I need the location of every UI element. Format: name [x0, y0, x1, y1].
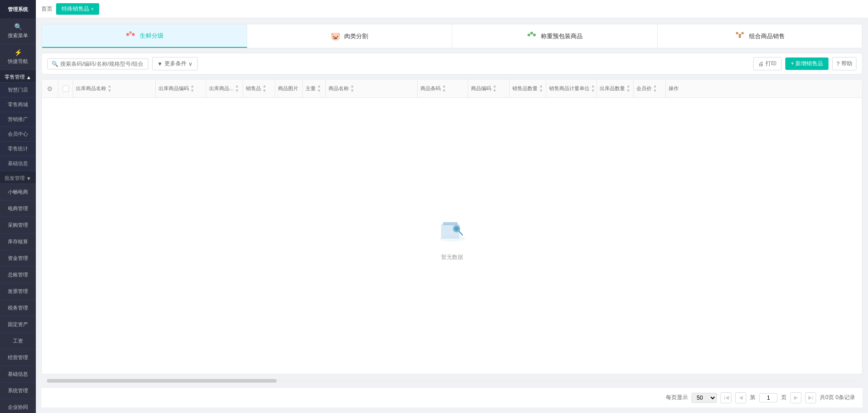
sidebar-item-quick-nav[interactable]: ⚡ 快捷导航 [0, 44, 36, 70]
new-product-button[interactable]: + 新增销售品 [785, 57, 828, 70]
th-settings[interactable]: ⚙ [42, 80, 58, 98]
sidebar-item-label: 搜索菜单 [8, 32, 28, 39]
search-input[interactable] [60, 61, 144, 67]
next-page-button[interactable]: ▶ [790, 392, 801, 403]
search-icon: 🔍 [51, 61, 58, 67]
empty-state-icon [434, 211, 471, 248]
sidebar-item-smart-store[interactable]: 智慧门店 [0, 83, 36, 98]
print-label: 打印 [766, 60, 777, 68]
sidebar-item-general-ledger[interactable]: 总账管理 [0, 267, 36, 283]
th-op-label: 操作 [669, 85, 679, 92]
page-number-input[interactable] [759, 393, 777, 402]
sidebar-item-wages[interactable]: 工资 [0, 333, 36, 350]
sidebar-item-ecommerce[interactable]: 电商管理 [0, 201, 36, 217]
sidebar-item-search-menu[interactable]: 🔍 搜索菜单 [0, 18, 36, 44]
svg-point-21 [454, 226, 459, 231]
sort-icon[interactable]: ▲▼ [108, 84, 112, 93]
th-out-name-label: 出库商品名称 [76, 85, 106, 92]
sort-icon[interactable]: ▲▼ [262, 84, 267, 93]
active-tab[interactable]: 特殊销售品 × [56, 3, 99, 15]
filter-label: 更多条件 [165, 60, 187, 68]
sort-icon[interactable]: ▲▼ [626, 84, 630, 93]
main-content: 首页 特殊销售品 × 生鲜分级 [36, 0, 868, 413]
weigh-pkg-icon [526, 30, 537, 42]
sort-icon[interactable]: ▲▼ [653, 84, 657, 93]
sidebar-item-mini-store[interactable]: 小畅电商 [0, 184, 36, 201]
cat-tab-combo-sale[interactable]: 组合商品销售 [658, 24, 862, 48]
th-barcode: 商品条码 ▲▼ [418, 80, 468, 98]
sort-icon[interactable]: ▲▼ [350, 84, 354, 93]
tax-label: 税务管理 [8, 304, 28, 311]
first-page-button[interactable]: |◀ [720, 392, 732, 403]
cat-tab-fresh-grade[interactable]: 生鲜分级 [42, 24, 247, 48]
sidebar-item-invoice[interactable]: 发票管理 [0, 283, 36, 300]
page-label: 页 [781, 394, 787, 402]
sidebar-item-retail-stats[interactable]: 零售统计 [0, 142, 36, 156]
sidebar-section-retail[interactable]: 零售管理 ▲ [0, 70, 36, 83]
retail-mgmt-label: 零售管理 [5, 74, 25, 80]
sidebar-item-finance[interactable]: 资金管理 [0, 250, 36, 267]
prev-page-button[interactable]: ◀ [735, 392, 746, 403]
sidebar-item-system[interactable]: 系统管理 [0, 383, 36, 399]
sort-icon[interactable]: ▲▼ [591, 84, 595, 93]
sort-icon[interactable]: ▲▼ [539, 84, 543, 93]
sort-icon[interactable]: ▲▼ [493, 84, 497, 93]
sort-icon[interactable]: ▲▼ [317, 84, 321, 93]
total-info: 共0页 0条记录 [820, 394, 855, 402]
th-barcode-label: 商品条码 [420, 85, 441, 92]
sidebar-item-inventory[interactable]: 库存核算 [0, 234, 36, 250]
basic-info2-label: 基础信息 [8, 371, 28, 378]
tab-close-button[interactable]: × [91, 6, 94, 11]
active-tab-label: 特殊销售品 [62, 5, 89, 13]
th-check[interactable] [58, 80, 73, 98]
select-all-checkbox[interactable] [62, 86, 69, 92]
table-header: ⚙ 出库商品名称 ▲▼ 出库商品编码 ▲▼ 出库商品... ▲▼ [42, 80, 862, 98]
retail-mall-label: 零售商城 [8, 102, 28, 107]
sort-icon[interactable]: ▲▼ [442, 84, 446, 93]
filter-arrow: ∨ [188, 61, 193, 67]
sidebar-item-basic-info2[interactable]: 基础信息 [0, 366, 36, 383]
sidebar-item-retail-mall[interactable]: 零售商城 [0, 98, 36, 112]
column-settings-icon[interactable]: ⚙ [47, 85, 53, 92]
sort-icon[interactable]: ▲▼ [190, 84, 194, 93]
th-img-label: 商品图片 [278, 85, 298, 92]
th-price-label: 会员价 [636, 85, 652, 92]
home-breadcrumb[interactable]: 首页 [41, 5, 52, 13]
sidebar-item-fixed-assets[interactable]: 固定资产 [0, 316, 36, 333]
filter-button[interactable]: ▼ 更多条件 ∨ [152, 57, 198, 70]
th-sku: 商品编码 ▲▼ [468, 80, 510, 98]
inventory-label: 库存核算 [8, 238, 28, 245]
category-tabs: 生鲜分级 🐷 肉类分割 称重预包装商品 [41, 24, 862, 48]
sidebar-section-wholesale[interactable]: 批发管理 ▼ [0, 171, 36, 184]
sidebar-item-operations[interactable]: 经营管理 [0, 350, 36, 366]
last-page-button[interactable]: ▶| [805, 392, 816, 403]
sidebar-logo: 管理系统 [0, 0, 36, 18]
sidebar-item-basic-info[interactable]: 基础信息 [0, 156, 36, 171]
help-button[interactable]: ? 帮助 [832, 57, 857, 70]
scrollbar-thumb[interactable] [47, 379, 277, 383]
print-button[interactable]: 🖨 打印 [753, 57, 782, 70]
th-out-code: 出库商品编码 ▲▼ [156, 80, 206, 98]
th-good-name-label: 商品名称 [329, 85, 349, 92]
sidebar-item-members[interactable]: 会员中心 [0, 127, 36, 142]
sidebar-item-enterprise[interactable]: 企业协同 [0, 399, 36, 413]
members-label: 会员中心 [8, 131, 28, 137]
meat-cut-label: 肉类分割 [344, 32, 368, 40]
wages-label: 工资 [13, 338, 23, 344]
quick-nav-icon: ⚡ [14, 49, 22, 56]
invoice-label: 发票管理 [8, 288, 28, 295]
cat-tab-meat-cut[interactable]: 🐷 肉类分割 [247, 24, 453, 48]
cat-tab-weigh-pkg[interactable]: 称重预包装商品 [452, 24, 658, 48]
sort-icon[interactable]: ▲▼ [235, 84, 239, 93]
sidebar-item-purchase[interactable]: 采购管理 [0, 217, 36, 234]
search-box[interactable]: 🔍 [47, 58, 148, 69]
th-img: 商品图片 [275, 80, 303, 98]
help-icon: ? [836, 61, 840, 67]
th-sale-qty-label: 销售品数量 [512, 85, 538, 92]
horizontal-scrollbar[interactable] [47, 379, 857, 383]
page-size-select[interactable]: 50 10 20 100 [692, 393, 717, 403]
sidebar-item-tax[interactable]: 税务管理 [0, 300, 36, 316]
combo-sale-label: 组合商品销售 [749, 32, 785, 40]
sidebar-item-marketing[interactable]: 营销推广 [0, 112, 36, 127]
weigh-pkg-label: 称重预包装商品 [541, 32, 583, 40]
